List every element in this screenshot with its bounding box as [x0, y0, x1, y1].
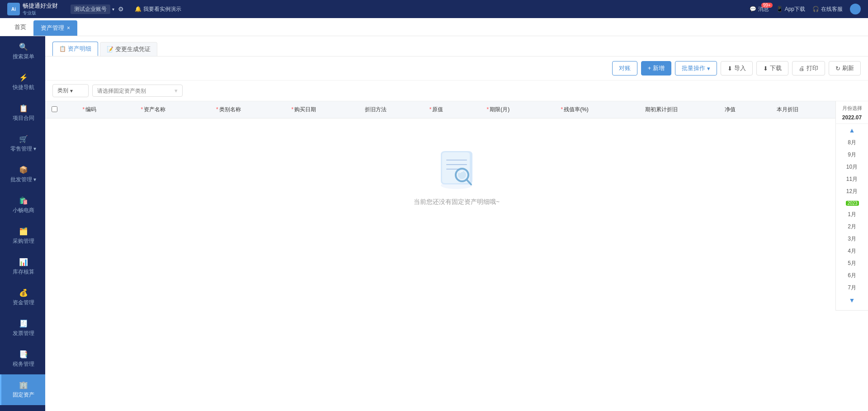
tab-asset-management[interactable]: 资产管理 × [33, 20, 77, 36]
sidebar-label-invoice: 发票管理 [13, 330, 34, 336]
month-item-year-2023[interactable]: 2023 [836, 198, 868, 208]
sidebar-item-salary[interactable]: 💵 工资 [0, 405, 45, 411]
select-all-header [45, 101, 63, 118]
tab-close-icon[interactable]: × [67, 25, 70, 31]
category-label: 类别 [57, 87, 68, 94]
account-selector[interactable]: 测试企业账号 ▾ [71, 5, 114, 14]
sidebar-item-fixed-assets[interactable]: 🏢 固定资产 [0, 374, 45, 405]
refresh-button[interactable]: ↻ 刷新 [829, 61, 861, 76]
month-item-1[interactable]: 1月 [836, 208, 868, 221]
sidebar-label-purchase: 采购管理 [13, 238, 34, 244]
sidebar-label-ecommerce: 小畅电商 [13, 207, 34, 213]
batch-button[interactable]: 批量操作 ▾ [675, 61, 717, 76]
inventory-icon: 📊 [5, 258, 42, 266]
print-label: 打印 [807, 64, 818, 72]
month-item-3[interactable]: 3月 [836, 233, 868, 245]
online-service-button[interactable]: 🎧 在线客服 [812, 5, 843, 13]
sub-tab-change-voucher[interactable]: 📝 变更生成凭证 [100, 42, 157, 56]
col-name: *资产名称 [116, 101, 191, 118]
quick-nav-icon: ⚡ [5, 73, 42, 82]
month-item-5[interactable]: 5月 [836, 257, 868, 269]
download-icon: ⬇ [763, 65, 768, 72]
year-2023-badge: 2023 [846, 201, 859, 206]
empty-text: 当前您还没有固定资产明细哦~ [414, 198, 500, 206]
month-item-6[interactable]: 6月 [836, 269, 868, 282]
sidebar: 🔍 搜索菜单 ⚡ 快捷导航 📋 项目合同 🛒 零售管理 ▾ 📦 批发管理 ▾ 🛍… [0, 36, 45, 411]
month-nav-down[interactable]: ▼ [848, 296, 857, 305]
month-item-9[interactable]: 9月 [836, 149, 868, 161]
tax-icon: 📑 [5, 350, 42, 359]
app-download-button[interactable]: 📱 App下载 [776, 5, 805, 13]
download-label: 下载 [770, 64, 782, 72]
phone-icon: 📱 [776, 6, 783, 12]
print-icon: 🖨 [799, 65, 805, 72]
app-label: App下载 [785, 5, 805, 13]
reconcile-button[interactable]: 对账 [612, 61, 637, 76]
sidebar-item-search[interactable]: 🔍 搜索菜单 [0, 36, 45, 67]
print-button[interactable]: 🖨 打印 [792, 61, 825, 76]
month-item-12[interactable]: 12月 [836, 185, 868, 198]
month-item-4[interactable]: 4月 [836, 245, 868, 257]
user-avatar[interactable] [850, 4, 861, 14]
col-category: *类别名称 [191, 101, 266, 118]
sidebar-item-ecommerce[interactable]: 🛍️ 小畅电商 [0, 190, 45, 221]
category-filter-select[interactable]: 类别 ▾ [52, 84, 89, 97]
wholesale-icon: 📦 [5, 165, 42, 174]
month-panel-title: 月份选择 [836, 101, 868, 113]
content-main: *编码 *资产名称 *类别名称 *购买日期 折旧方法 *原值 *期限(月) *残… [45, 101, 868, 411]
sidebar-label-quick-nav: 快捷导航 [13, 84, 34, 90]
sidebar-label-inventory: 库存核算 [13, 269, 34, 275]
month-nav-up[interactable]: ▲ [848, 126, 857, 135]
message-button[interactable]: 💬 消息 99+ [750, 5, 769, 13]
example-text: 我要看实例演示 [143, 5, 181, 13]
sidebar-label-fixed-assets: 固定资产 [13, 392, 34, 398]
sub-tab-asset-detail[interactable]: 📋 资产明细 [52, 42, 98, 56]
sidebar-item-quick-nav[interactable]: ⚡ 快捷导航 [0, 67, 45, 98]
example-link[interactable]: 🔔 我要看实例演示 [135, 5, 181, 13]
tab-label: 资产管理 [41, 24, 64, 32]
category-input-wrap[interactable]: ▾ [92, 85, 183, 97]
col-original-value: *原值 [410, 101, 462, 118]
empty-state: 当前您还没有固定资产明细哦~ [45, 118, 868, 224]
category-input[interactable] [97, 88, 173, 94]
month-item-11[interactable]: 11月 [836, 173, 868, 185]
import-button[interactable]: ⬇ 导入 [721, 61, 753, 76]
sidebar-item-purchase[interactable]: 🗂️ 采购管理 [0, 221, 45, 251]
sidebar-label-project: 项目合同 [13, 115, 34, 121]
month-item-10[interactable]: 10月 [836, 161, 868, 173]
month-item-2[interactable]: 2月 [836, 221, 868, 233]
sidebar-item-wholesale[interactable]: 📦 批发管理 ▾ [0, 159, 45, 190]
add-label: + 新增 [648, 64, 665, 72]
sidebar-label-search: 搜索菜单 [13, 53, 34, 60]
brand: Ai 畅捷通好业财 专业版 [7, 2, 58, 16]
sidebar-item-tax[interactable]: 📑 税务管理 [0, 344, 45, 374]
headset-icon: 🎧 [812, 6, 819, 12]
select-all-checkbox[interactable] [52, 106, 57, 112]
top-bar: Ai 畅捷通好业财 专业版 测试企业账号 ▾ ⚙ 🔔 我要看实例演示 💬 消息 … [0, 0, 868, 18]
nav-tabs: 首页 资产管理 × [0, 18, 868, 36]
main-layout: 🔍 搜索菜单 ⚡ 快捷导航 📋 项目合同 🛒 零售管理 ▾ 📦 批发管理 ▾ 🛍… [0, 36, 868, 411]
account-name: 测试企业账号 [71, 5, 110, 14]
message-badge: 99+ [761, 3, 773, 8]
fixed-assets-icon: 🏢 [5, 381, 42, 389]
download-button[interactable]: ⬇ 下载 [756, 61, 788, 76]
brand-edition: 专业版 [23, 10, 58, 16]
change-voucher-tab-icon: 📝 [107, 46, 113, 52]
month-item-8[interactable]: 8月 [836, 137, 868, 149]
month-item-7[interactable]: 7月 [836, 282, 868, 294]
invoice-icon: 🧾 [5, 319, 42, 328]
sidebar-item-invoice[interactable]: 🧾 发票管理 [0, 313, 45, 344]
add-button[interactable]: + 新增 [641, 61, 671, 76]
tab-home[interactable]: 首页 [7, 19, 33, 36]
sidebar-label-finance: 资金管理 [13, 299, 34, 306]
sub-tab-asset-detail-label: 资产明细 [68, 45, 91, 53]
sidebar-item-retail[interactable]: 🛒 零售管理 ▾ [0, 128, 45, 159]
toolbar: 对账 + 新增 批量操作 ▾ ⬇ 导入 ⬇ 下载 🖨 打印 ↻ [45, 57, 868, 80]
settings-icon[interactable]: ⚙ [118, 5, 124, 13]
sidebar-item-inventory[interactable]: 📊 库存核算 [0, 251, 45, 282]
sub-tab-change-voucher-label: 变更生成凭证 [115, 45, 151, 53]
sidebar-item-finance[interactable]: 💰 资金管理 [0, 282, 45, 313]
asset-detail-tab-icon: 📋 [59, 46, 66, 52]
sidebar-item-project[interactable]: 📋 项目合同 [0, 98, 45, 128]
batch-dropdown-icon: ▾ [707, 65, 710, 72]
